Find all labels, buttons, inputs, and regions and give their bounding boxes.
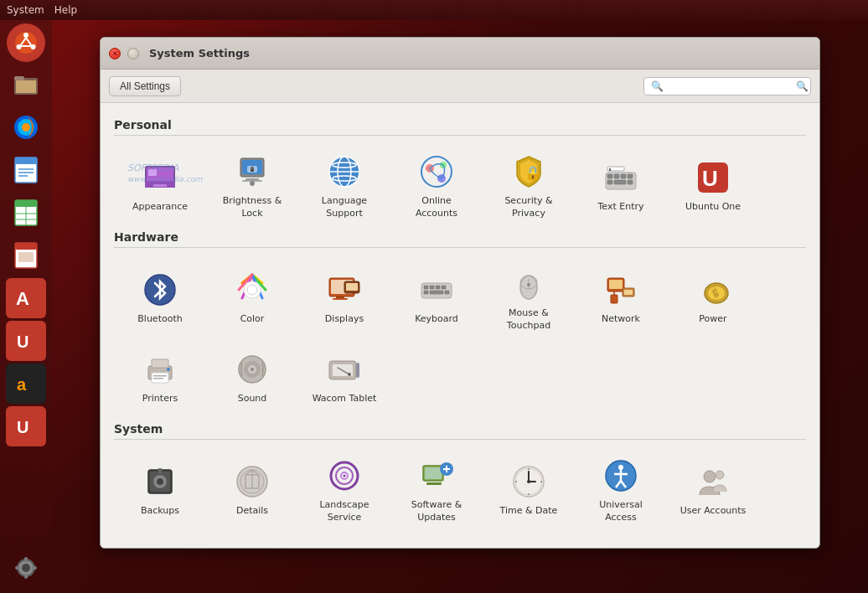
system-section-title: System xyxy=(114,422,806,440)
network-icon xyxy=(601,270,641,310)
search-clear-icon: 🔍 xyxy=(796,80,809,92)
brightness-lock-icon xyxy=(232,152,272,192)
ubuntu2-icon: U xyxy=(13,413,39,440)
bluetooth-item[interactable]: Bluetooth xyxy=(114,256,206,336)
wacom-tablet-item[interactable]: Wacom Tablet xyxy=(298,336,390,415)
personal-grid: Appearance xyxy=(114,144,806,224)
backups-item[interactable]: Backups xyxy=(114,448,206,528)
details-item[interactable]: Details xyxy=(206,448,298,528)
settings-gear-icon xyxy=(11,553,41,583)
svg-rect-57 xyxy=(607,174,612,178)
all-settings-button[interactable]: All Settings xyxy=(109,76,181,96)
svg-point-107 xyxy=(251,368,254,371)
window-title: System Settings xyxy=(149,47,250,59)
displays-item[interactable]: Displays xyxy=(298,256,390,336)
details-icon xyxy=(232,462,272,502)
sidebar-ubuntu-icon[interactable] xyxy=(7,23,45,62)
svg-rect-90 xyxy=(609,280,623,289)
printers-item[interactable]: Printers xyxy=(114,336,206,415)
language-support-item[interactable]: LanguageSupport xyxy=(298,144,390,224)
time-date-item[interactable]: Time & Date xyxy=(483,448,575,528)
sidebar-files-icon[interactable] xyxy=(6,64,46,105)
svg-point-136 xyxy=(527,480,530,483)
mouse-touchpad-item[interactable]: Mouse &Touchpad xyxy=(483,256,575,336)
close-button[interactable]: ✕ xyxy=(109,48,121,59)
security-privacy-icon: 🔒 xyxy=(509,152,549,192)
hardware-grid: Bluetooth xyxy=(114,256,806,415)
user-accounts-item[interactable]: User Accounts xyxy=(667,448,759,528)
color-item[interactable]: Color xyxy=(206,256,298,336)
files-icon xyxy=(11,70,41,100)
brightness-lock-item[interactable]: Brightness &Lock xyxy=(206,144,298,224)
search-box: 🔍 🔍 xyxy=(643,77,811,95)
universal-access-label: UniversalAccess xyxy=(599,499,642,523)
sidebar-firefox-icon[interactable] xyxy=(6,107,46,147)
sidebar-ubuntu2-icon[interactable]: U xyxy=(6,406,46,446)
svg-point-147 xyxy=(704,471,716,482)
settings-content: Personal Appearance xyxy=(101,103,819,548)
bluetooth-label: Bluetooth xyxy=(137,313,182,325)
text-entry-item[interactable]: Text Entry xyxy=(575,144,667,224)
user-accounts-icon xyxy=(693,462,733,502)
svg-point-111 xyxy=(348,373,351,376)
details-label: Details xyxy=(236,505,268,517)
svg-rect-80 xyxy=(436,286,440,289)
menu-system[interactable]: System xyxy=(7,4,44,16)
impress-icon xyxy=(11,240,41,271)
time-date-label: Time & Date xyxy=(500,505,558,517)
appearance-item[interactable]: Appearance xyxy=(114,144,206,224)
svg-text:U: U xyxy=(702,166,718,191)
sidebar-calc-icon[interactable] xyxy=(6,193,46,233)
ubuntu-one-item[interactable]: U Ubuntu One xyxy=(667,144,759,224)
sidebar-settings-icon[interactable] xyxy=(6,548,46,588)
displays-icon xyxy=(324,270,364,310)
keyboard-item[interactable]: Keyboard xyxy=(390,256,483,336)
hardware-section-title: Hardware xyxy=(114,230,806,248)
firefox-icon xyxy=(10,111,42,143)
svg-rect-83 xyxy=(430,291,443,294)
language-support-icon xyxy=(324,152,364,192)
svg-rect-112 xyxy=(356,363,359,378)
keyboard-icon xyxy=(416,270,457,310)
sound-label: Sound xyxy=(238,393,267,405)
landscape-service-item[interactable]: LandscapeService xyxy=(298,448,390,528)
sidebar-writer-icon[interactable] xyxy=(6,150,46,190)
system-settings-window: ✕ System Settings All Settings 🔍 🔍 Perso… xyxy=(100,37,820,549)
svg-point-51 xyxy=(421,157,452,187)
svg-point-28 xyxy=(22,564,30,572)
sidebar-amazon-icon[interactable]: a xyxy=(6,364,46,404)
svg-rect-21 xyxy=(15,243,37,250)
landscape-service-icon xyxy=(324,456,364,496)
sidebar-ubuntu-one-icon[interactable]: U xyxy=(6,321,46,361)
svg-point-88 xyxy=(527,283,530,286)
svg-point-125 xyxy=(344,475,346,477)
svg-rect-84 xyxy=(445,291,449,294)
power-icon xyxy=(693,270,733,310)
sidebar-software-icon[interactable]: A xyxy=(6,278,46,318)
software-updates-item[interactable]: Software &Updates xyxy=(390,448,483,528)
sidebar-impress-icon[interactable] xyxy=(6,235,46,276)
svg-rect-61 xyxy=(607,180,612,184)
backups-icon xyxy=(140,462,180,502)
menu-help[interactable]: Help xyxy=(54,4,77,16)
svg-rect-78 xyxy=(424,286,428,289)
security-privacy-item[interactable]: 🔒 Security &Privacy xyxy=(483,144,575,224)
ubuntu-one-sidebar-icon: U xyxy=(13,327,39,354)
minimize-button[interactable] xyxy=(127,48,139,59)
color-icon xyxy=(232,270,272,310)
svg-rect-44 xyxy=(251,169,254,172)
sound-item[interactable]: Sound xyxy=(206,336,298,415)
svg-rect-11 xyxy=(15,157,37,164)
text-entry-label: Text Entry xyxy=(597,201,643,213)
search-input[interactable] xyxy=(667,80,793,92)
universal-access-item[interactable]: UniversalAccess xyxy=(575,448,667,528)
network-item[interactable]: Network xyxy=(575,256,667,336)
svg-rect-29 xyxy=(24,557,28,562)
online-accounts-item[interactable]: OnlineAccounts xyxy=(390,144,483,224)
language-support-label: LanguageSupport xyxy=(322,195,367,219)
sidebar: A U a U xyxy=(0,20,52,593)
network-label: Network xyxy=(602,313,640,325)
power-item[interactable]: Power xyxy=(667,256,759,336)
svg-point-103 xyxy=(167,368,170,371)
bluetooth-icon xyxy=(140,270,180,310)
